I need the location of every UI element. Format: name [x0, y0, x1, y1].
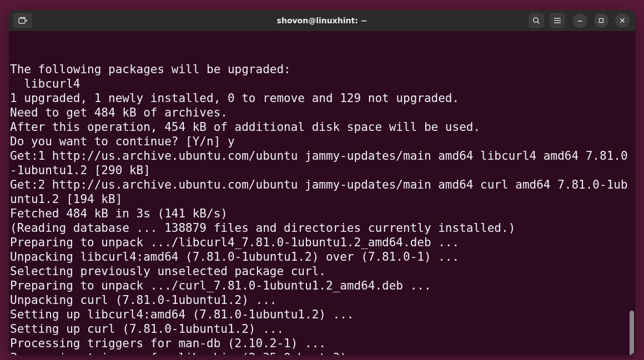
- output-line: The following packages will be upgraded:: [10, 62, 634, 77]
- output-line: Processing triggers for libc-bin (2.35-0…: [10, 351, 634, 355]
- svg-point-3: [534, 18, 538, 22]
- terminal-body[interactable]: The following packages will be upgraded:…: [9, 31, 635, 355]
- output-line: Do you want to continue? [Y/n] y: [10, 134, 634, 149]
- output-line: libcurl4: [10, 77, 634, 91]
- output-line: Processing triggers for man-db (2.10.2-1…: [10, 336, 634, 351]
- search-button[interactable]: [529, 13, 544, 28]
- menu-button[interactable]: [550, 13, 565, 28]
- terminal-output: The following packages will be upgraded:…: [10, 62, 634, 355]
- new-tab-button[interactable]: [13, 13, 32, 28]
- output-line: Get:1 http://us.archive.ubuntu.com/ubunt…: [10, 149, 634, 178]
- svg-line-4: [537, 22, 539, 23]
- output-line: (Reading database ... 138879 files and d…: [10, 221, 634, 235]
- svg-rect-0: [19, 18, 25, 23]
- close-icon: [620, 18, 625, 23]
- titlebar: shovon@linuxhint: ~: [9, 10, 635, 31]
- output-line: Setting up curl (7.81.0-1ubuntu1.2) ...: [10, 322, 634, 336]
- window-controls: [573, 13, 630, 28]
- minimize-button[interactable]: [573, 13, 587, 28]
- output-line: Need to get 484 kB of archives.: [10, 105, 634, 120]
- output-line: 1 upgraded, 1 newly installed, 0 to remo…: [10, 91, 634, 105]
- output-line: Get:2 http://us.archive.ubuntu.com/ubunt…: [10, 178, 634, 206]
- titlebar-right: [529, 13, 632, 28]
- hamburger-icon: [554, 17, 561, 24]
- search-icon: [532, 17, 540, 24]
- new-tab-icon: [18, 17, 27, 24]
- output-line: Preparing to unpack .../curl_7.81.0-1ubu…: [10, 278, 634, 293]
- close-button[interactable]: [615, 13, 630, 28]
- output-line: Selecting previously unselected package …: [10, 264, 634, 278]
- output-line: Fetched 484 kB in 3s (141 kB/s): [10, 206, 634, 221]
- minimize-icon: [577, 18, 583, 23]
- output-line: Setting up libcurl4:amd64 (7.81.0-1ubunt…: [10, 307, 634, 322]
- terminal-window: shovon@linuxhint: ~: [9, 10, 635, 355]
- scrollbar-thumb[interactable]: [630, 311, 634, 355]
- output-line: Unpacking libcurl4:amd64 (7.81.0-1ubuntu…: [10, 250, 634, 264]
- maximize-icon: [598, 18, 604, 23]
- output-line: After this operation, 454 kB of addition…: [10, 120, 634, 134]
- output-line: Preparing to unpack .../libcurl4_7.81.0-…: [10, 235, 634, 250]
- svg-rect-9: [600, 19, 603, 23]
- maximize-button[interactable]: [594, 13, 608, 28]
- output-line: Unpacking curl (7.81.0-1ubuntu1.2) ...: [10, 293, 634, 307]
